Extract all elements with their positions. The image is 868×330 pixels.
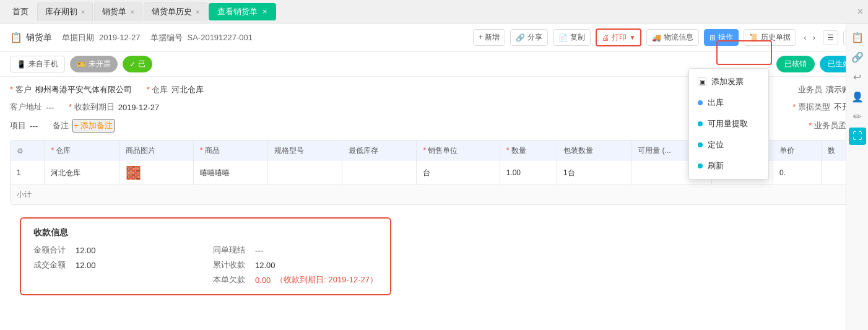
history-button[interactable]: 📜 历史单据 — [744, 29, 796, 46]
dropdown-add-invoice[interactable]: ▣ 添加发票 — [689, 71, 768, 92]
sidebar-icon-6[interactable]: ⛶ — [849, 128, 866, 145]
available-qty-dot — [698, 121, 703, 126]
logistics-button[interactable]: 🚚 物流信息 — [646, 29, 699, 46]
sidebar-icon-3[interactable]: ↩ — [849, 68, 866, 85]
tab-sales[interactable]: 销货单 × — [94, 2, 142, 21]
bill-type-label: 票据类型 — [792, 102, 830, 113]
tab-sales-label: 销货单 — [102, 6, 126, 17]
prev-arrow[interactable]: ‹ — [801, 32, 809, 43]
warehouse-value: 河北仓库 — [171, 84, 204, 95]
warehouse-field: 仓库 河北仓库 — [147, 84, 204, 95]
tab-inventory-label: 库存期初 — [45, 6, 77, 17]
tab-home[interactable]: 首页 — [5, 2, 36, 21]
next-arrow[interactable]: › — [810, 32, 818, 43]
dropdown-ship-out[interactable]: 出库 — [689, 92, 768, 113]
receipt-transaction: 成交金额 12.00 — [33, 259, 198, 271]
right-sidebar: 📋 🔗 ↩ 👤 ✏ ⛶ — [846, 24, 868, 330]
customer-value: 柳州粤港平安气体有限公司 — [35, 84, 132, 95]
receipt-title: 收款信息 — [33, 227, 378, 238]
print-icon: 🖨 — [602, 33, 609, 42]
col-quantity: 数量 — [500, 141, 557, 161]
tab-sales-history-close[interactable]: × — [196, 8, 199, 15]
cumulative-label: 累计收款 — [213, 259, 250, 271]
print-button[interactable]: 🖨 打印 ▼ — [596, 28, 641, 46]
query-tab-button[interactable]: 查看销货单 × — [209, 3, 276, 20]
tab-sales-history-label: 销货单历史 — [152, 6, 192, 17]
same-order-value: --- — [255, 246, 263, 255]
cumulative-value: 12.00 — [255, 261, 276, 270]
ship-out-label: 出库 — [708, 97, 724, 108]
balance-note: （收款到期日: 2019-12-27） — [276, 274, 378, 285]
doc-meta-area: 单据日期 2019-12-27 单据编号 SA-20191227-001 — [62, 32, 253, 43]
warehouse-label: 仓库 — [147, 84, 168, 95]
balance-label: 本单欠款 — [213, 274, 250, 285]
cell-warehouse: 河北仓库 — [45, 161, 119, 185]
project-label: 项目 — [10, 120, 26, 131]
cell-min-stock — [342, 161, 417, 185]
address-value: --- — [46, 103, 54, 112]
tab-bar: 首页 库存期初 × 销货单 × 销货单历史 × 查看销货单 × × — [0, 0, 868, 24]
sidebar-icon-5[interactable]: ✏ — [849, 108, 866, 125]
operate-button[interactable]: ⊞ 操作 — [704, 29, 739, 46]
sidebar-icon-4[interactable]: 👤 — [849, 88, 866, 105]
add-note-btn[interactable]: + 添加备注 — [72, 119, 115, 132]
operate-dropdown: ▣ 添加发票 出库 可用量提取 定位 刷新 — [688, 68, 769, 180]
cell-sales-unit: 台 — [417, 161, 500, 185]
close-window-btn[interactable]: × — [857, 6, 863, 17]
share-button[interactable]: 🔗 分享 — [510, 29, 548, 46]
cell-image: 🧱 — [119, 161, 193, 185]
dropdown-refresh[interactable]: 刷新 — [689, 155, 768, 176]
dropdown-locate[interactable]: 定位 — [689, 134, 768, 155]
note-field: 备注 + 添加备注 — [53, 119, 115, 132]
receipt-grid: 金额合计 12.00 同单现结 --- 成交金额 12.00 累计收款 12.0… — [33, 245, 378, 285]
copy-button[interactable]: 📄 复制 — [553, 29, 591, 46]
cell-quantity: 1.00 — [500, 161, 557, 185]
phone-btn[interactable]: 📱 来自手机 — [10, 56, 65, 72]
nav-arrows: ‹ › — [801, 32, 818, 43]
address-label: 客户地址 — [10, 102, 42, 113]
project-value: --- — [30, 121, 38, 131]
dropdown-available-qty[interactable]: 可用量提取 — [689, 113, 768, 134]
refresh-label: 刷新 — [708, 160, 724, 172]
ticket-icon: 🎫 — [77, 60, 86, 69]
new-button[interactable]: + 新增 — [473, 29, 505, 46]
operate-icon: ⊞ — [710, 33, 716, 42]
check-btn[interactable]: ✓ 已 — [123, 56, 152, 72]
col-settings[interactable]: ⚙ — [11, 141, 45, 161]
tab-inventory[interactable]: 库存期初 × — [37, 2, 93, 21]
col-pack-qty: 包装数量 — [557, 141, 631, 161]
query-tab-close[interactable]: × — [263, 7, 267, 16]
list-view-btn[interactable]: ☰ — [823, 30, 838, 45]
settings-icon[interactable]: ⚙ — [17, 147, 24, 155]
tab-inventory-close[interactable]: × — [81, 8, 85, 15]
sidebar-icon-2[interactable]: 🔗 — [849, 48, 866, 66]
not-opened-btn[interactable]: 🎫 未开票 — [70, 56, 118, 72]
query-tab-label: 查看销货单 — [217, 7, 258, 16]
doc-number-label: 单据编号 SA-20191227-001 — [150, 32, 253, 43]
tab-sales-close[interactable]: × — [130, 8, 134, 15]
due-date-field: 收款到期日 2019-12-27 — [69, 102, 159, 113]
sidebar-icon-1[interactable]: 📋 — [849, 28, 866, 46]
staff-label: 业务员 — [798, 84, 822, 95]
receipt-balance: 本单欠款 0.00 （收款到期日: 2019-12-27） — [213, 274, 378, 285]
doc-date-label: 单据日期 2019-12-27 — [62, 32, 141, 43]
locate-label: 定位 — [708, 139, 724, 150]
doc-icon: 📋 — [10, 32, 22, 43]
due-date-value: 2019-12-27 — [118, 103, 160, 112]
share-icon: 🔗 — [516, 33, 525, 42]
receipt-cumulative: 累计收款 12.00 — [213, 259, 378, 271]
history-icon: 📜 — [749, 33, 758, 42]
col-product: 商品 — [193, 141, 267, 161]
sold-out-btn[interactable]: 已核销 — [776, 56, 815, 72]
col-unit-price: 单价 — [773, 141, 822, 161]
tab-sales-history[interactable]: 销货单历史 × — [144, 2, 207, 21]
locate-dot — [698, 142, 703, 147]
check-icon: ✓ — [129, 60, 136, 69]
add-invoice-label: 添加发票 — [711, 76, 744, 87]
ship-out-dot — [698, 100, 703, 105]
col-warehouse: 仓库 — [45, 141, 119, 161]
note-label: 备注 — [53, 120, 69, 131]
subtotal-label: 小计 — [11, 185, 857, 205]
total-label: 金额合计 — [33, 245, 71, 256]
doc-title-area: 📋 销货单 — [10, 32, 52, 43]
